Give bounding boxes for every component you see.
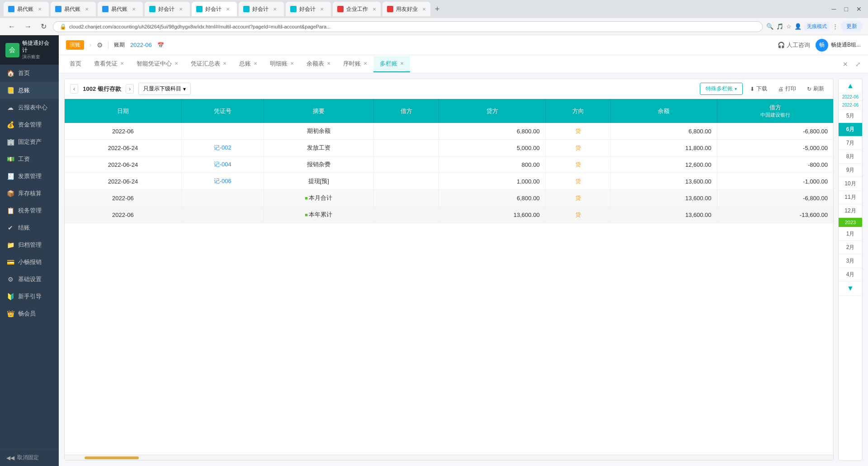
sidebar-item-tax[interactable]: 📋 税务管理 (0, 202, 59, 219)
sidebar-item-settings[interactable]: ⚙ 基础设置 (0, 271, 59, 288)
tab-smart-voucher[interactable]: 智能凭证中心 ✕ (130, 56, 184, 72)
sidebar-item-salary[interactable]: 💵 工资 (0, 151, 59, 168)
month-9[interactable]: 9月 (839, 164, 862, 177)
cell-voucher[interactable]: 记-006 (181, 173, 264, 190)
tab-general-ledger[interactable]: 总账 ✕ (233, 56, 264, 72)
sidebar-item-ledger[interactable]: 📒 总账 (0, 82, 59, 99)
extensions-icon[interactable]: ⋮ (832, 23, 838, 30)
horizontal-scrollbar[interactable] (65, 455, 833, 460)
period-value[interactable]: 2022-06 (130, 42, 152, 48)
browser-tab-7[interactable]: 好会计 ✕ (286, 2, 331, 16)
month-scroll-down[interactable]: ▼ (839, 282, 862, 296)
consult-button[interactable]: 🎧 人工咨询 (778, 41, 810, 49)
tab-close-6[interactable]: ✕ (273, 7, 277, 12)
tab-smart-voucher-close[interactable]: ✕ (175, 61, 178, 66)
sidebar-item-close[interactable]: ✔ 结账 (0, 219, 59, 236)
sub-level-button[interactable]: 只显示下级科目 ▾ (138, 83, 191, 95)
month-scroll-up[interactable]: ▲ (839, 79, 862, 93)
sidebar-unpin-button[interactable]: ◀◀ 取消固定 (0, 449, 59, 466)
forward-button[interactable]: → (22, 22, 34, 32)
tab-multi-column-close[interactable]: ✕ (400, 61, 404, 66)
sidebar-item-guide[interactable]: 🔰 新手引导 (0, 288, 59, 305)
sidebar-item-archive[interactable]: 📁 归档管理 (0, 236, 59, 254)
refresh-button[interactable]: ↻ 刷新 (803, 83, 828, 94)
sidebar-item-cloud-report[interactable]: ☁ 云报表中心 (0, 99, 59, 116)
sidebar-item-fixed-asset[interactable]: 🏢 固定资产 (0, 133, 59, 151)
minimize-button[interactable]: ─ (829, 5, 839, 14)
reload-button[interactable]: ↻ (38, 21, 49, 32)
tab-close-4[interactable]: ✕ (179, 7, 183, 12)
prev-account-button[interactable]: ‹ (70, 84, 78, 94)
month-5[interactable]: 5月 (839, 109, 862, 123)
close-button[interactable]: ✕ (854, 5, 864, 14)
tab-balance-sheet[interactable]: 余额表 ✕ (300, 56, 337, 72)
tab-close-1[interactable]: ✕ (38, 7, 42, 12)
tab-home[interactable]: 首页 (63, 56, 88, 72)
search-icon[interactable]: 🔍 (766, 23, 774, 30)
close-tab-panel-button[interactable]: ✕ (840, 60, 851, 69)
month-2023-3[interactable]: 3月 (839, 254, 862, 268)
sidebar-item-inventory[interactable]: 📦 库存核算 (0, 185, 59, 202)
month-11[interactable]: 11月 (839, 191, 862, 204)
sidebar-item-fund[interactable]: 💰 资金管理 (0, 116, 59, 133)
month-2023-2[interactable]: 2月 (839, 241, 862, 254)
browser-tab-2[interactable]: 易代账 ✕ (51, 2, 96, 16)
month-8[interactable]: 8月 (839, 150, 862, 164)
user-info[interactable]: 畅 畅捷通B组... (816, 39, 861, 52)
sidebar-item-member[interactable]: 👑 畅会员 (0, 305, 59, 322)
tab-close-5[interactable]: ✕ (226, 7, 230, 12)
calendar-icon[interactable]: 📅 (157, 42, 164, 48)
browser-tab-8[interactable]: 企业工作 ✕ (333, 2, 381, 16)
tab-view-voucher[interactable]: 查看凭证 ✕ (88, 56, 130, 72)
browser-tab-5[interactable]: 好会计 ✕ (192, 2, 237, 16)
profile-icon[interactable]: 👤 (794, 23, 802, 30)
update-button[interactable]: 更新 (841, 21, 863, 32)
voucher-link[interactable]: 记-006 (214, 178, 231, 184)
month-10[interactable]: 10月 (839, 177, 862, 191)
new-tab-button[interactable]: + (432, 5, 443, 14)
browser-tab-9[interactable]: 用友好业 ✕ (382, 2, 430, 16)
tab-multi-column[interactable]: 多栏账 ✕ (373, 56, 410, 72)
voucher-link[interactable]: 记-004 (214, 161, 231, 168)
tab-chrono-ledger-close[interactable]: ✕ (363, 61, 367, 66)
tab-detail-ledger[interactable]: 明细账 ✕ (264, 56, 300, 72)
download-button[interactable]: ⬇ 下载 (746, 83, 771, 94)
tab-chrono-ledger[interactable]: 序时账 ✕ (337, 56, 373, 72)
url-box[interactable]: 🔒 cloud2.chanjet.com/accounting/uh26t264… (53, 21, 763, 32)
maximize-button[interactable]: □ (842, 5, 851, 14)
print-button[interactable]: 🖨 打印 (774, 83, 800, 94)
media-icon[interactable]: 🎵 (776, 23, 783, 30)
tab-close-9[interactable]: ✕ (422, 7, 426, 12)
cell-voucher[interactable]: 记-004 (181, 156, 264, 173)
month-2023-1[interactable]: 1月 (839, 227, 862, 241)
month-7[interactable]: 7月 (839, 137, 862, 150)
scroll-thumb[interactable] (85, 457, 139, 459)
tab-general-ledger-close[interactable]: ✕ (254, 61, 257, 66)
browser-tab-3[interactable]: 易代账 ✕ (98, 2, 143, 16)
tab-balance-sheet-close[interactable]: ✕ (327, 61, 330, 66)
tab-detail-ledger-close[interactable]: ✕ (290, 61, 294, 66)
sidebar-item-invoice[interactable]: 🧾 发票管理 (0, 168, 59, 185)
cell-voucher[interactable]: 记-002 (181, 140, 264, 156)
tab-close-3[interactable]: ✕ (132, 7, 136, 12)
browser-tab-1[interactable]: 易代账 ✕ (4, 2, 49, 16)
month-2023-4[interactable]: 4月 (839, 268, 862, 282)
tab-voucher-summary-close[interactable]: ✕ (223, 61, 226, 66)
next-account-button[interactable]: › (126, 84, 134, 94)
tab-voucher-summary[interactable]: 凭证汇总表 ✕ (184, 56, 233, 72)
browser-tab-4[interactable]: 好会计 ✕ (145, 2, 190, 16)
sidebar-item-home[interactable]: 🏠 首页 (0, 65, 59, 82)
expand-tab-panel-button[interactable]: ⤢ (853, 60, 863, 69)
browser-tab-6[interactable]: 好会计 ✕ (239, 2, 284, 16)
back-button[interactable]: ← (5, 22, 18, 32)
month-6[interactable]: 6月 (839, 123, 862, 137)
settings-gear-button[interactable]: ⚙ (97, 41, 103, 49)
month-12[interactable]: 12月 (839, 204, 862, 218)
tab-close-7[interactable]: ✕ (320, 7, 324, 12)
tab-view-voucher-close[interactable]: ✕ (120, 61, 124, 66)
voucher-link[interactable]: 记-002 (214, 144, 231, 151)
tab-close-8[interactable]: ✕ (373, 7, 376, 12)
special-multi-button[interactable]: 特殊多栏账 ▾ (700, 83, 743, 95)
sidebar-item-expense[interactable]: 💳 小畅报销 (0, 254, 59, 271)
tab-close-2[interactable]: ✕ (85, 7, 89, 12)
